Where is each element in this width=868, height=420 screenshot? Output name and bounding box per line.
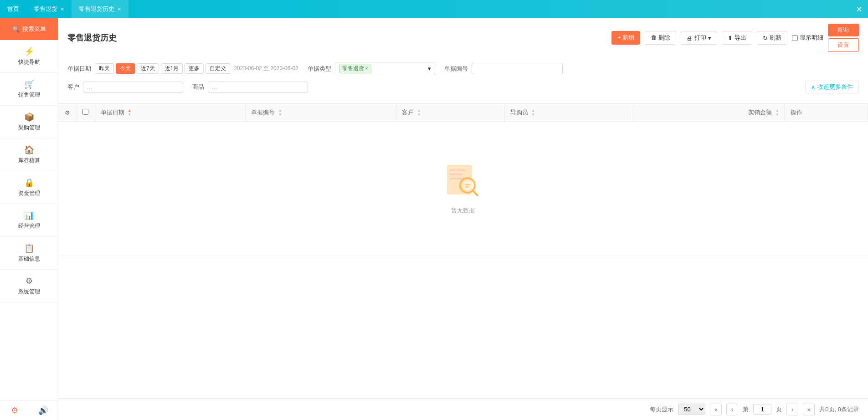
type-select-chevron-icon: ▾ — [428, 65, 431, 72]
sidebar-item-sales-label: 销售管理 — [18, 91, 40, 99]
refresh-label: 刷新 — [770, 34, 781, 42]
sidebar: 🔍 搜索菜单 ⚡ 快捷导航 🛒 销售管理 📦 采购管理 🏠 库存核算 🔒 — [0, 18, 58, 420]
pagination-summary: 共0页, 0条记录 — [819, 405, 859, 414]
type-tag-text: 零售退货 — [342, 65, 364, 72]
svg-rect-7 — [465, 184, 470, 185]
content-area: 零售退货历史 + 新增 🗑 删除 🖨 打印 ▾ ⬆ 导出 ↻ — [58, 18, 868, 420]
top-bar: 首页 零售退货 ✕ 零售退货历史 ✕ ✕ — [0, 0, 868, 18]
table-amount-label: 实销金额 — [748, 109, 772, 116]
query-button[interactable]: 查询 — [828, 24, 859, 36]
tab-home[interactable]: 首页 — [0, 0, 26, 18]
page-title: 零售退货历史 — [67, 32, 117, 43]
svg-rect-3 — [449, 178, 464, 179]
date-7days-button[interactable]: 近7天 — [137, 63, 159, 74]
first-page-button[interactable]: « — [710, 404, 722, 415]
empty-state-icon — [440, 163, 486, 199]
sidebar-item-sales[interactable]: 🛒 销售管理 — [0, 73, 58, 106]
display-detail-checkbox[interactable] — [792, 35, 798, 41]
export-icon: ⬆ — [728, 35, 733, 41]
sidebar-search-label: 搜索菜单 — [22, 25, 46, 33]
customer-filter-label: 客户 — [67, 83, 79, 91]
table-action-label: 操作 — [791, 109, 802, 116]
type-tag-close[interactable]: × — [365, 66, 368, 71]
system-icon: ⚙ — [26, 276, 33, 286]
sidebar-item-basic-info-label: 基础信息 — [18, 255, 40, 263]
sidebar-item-purchase[interactable]: 📦 采购管理 — [0, 106, 58, 138]
print-chevron-icon: ▾ — [708, 35, 711, 41]
goods-input[interactable] — [208, 82, 308, 93]
sidebar-speaker-button[interactable]: 🔊 — [29, 400, 58, 420]
delete-button[interactable]: 🗑 删除 — [645, 31, 676, 45]
sidebar-settings-button[interactable]: ⚙ — [0, 400, 29, 420]
type-filter-label: 单据类型 — [308, 65, 331, 73]
sidebar-item-basic-info[interactable]: 📋 基础信息 — [0, 237, 58, 270]
type-filter-item: 单据类型 零售退货 × ▾ — [308, 62, 435, 75]
tab-retail-return-history-close[interactable]: ✕ — [117, 6, 121, 12]
display-detail-label: 显示明细 — [800, 34, 823, 42]
sidebar-item-operations-label: 经营管理 — [18, 222, 40, 230]
display-detail-toggle[interactable]: 显示明细 — [792, 34, 823, 42]
window-close-button[interactable]: ✕ — [850, 0, 868, 18]
collapse-icon: ∧ — [811, 84, 816, 91]
customer-input[interactable] — [83, 82, 183, 93]
collapse-filter-button[interactable]: ∧ 收起更多条件 — [805, 81, 859, 93]
sidebar-search-button[interactable]: 🔍 搜索菜单 — [0, 18, 58, 40]
table-customer-column[interactable]: 客户 ▲ ▼ — [396, 104, 504, 122]
page-number-input[interactable] — [753, 404, 771, 415]
date-custom-button[interactable]: 自定义 — [205, 63, 230, 74]
tab-retail-return-close[interactable]: ✕ — [60, 6, 64, 12]
filter-row-2: 客户 商品 ∧ 收起更多条件 — [67, 79, 859, 95]
customer-filter-item: 客户 — [67, 82, 183, 93]
quick-nav-icon: ⚡ — [24, 46, 34, 56]
order-no-input[interactable] — [472, 63, 563, 74]
table-settings-column[interactable]: ⚙ — [58, 104, 77, 122]
type-filter-select[interactable]: 零售退货 × ▾ — [335, 62, 435, 75]
table-guide-column[interactable]: 导购员 ▲ ▼ — [504, 104, 634, 122]
print-label: 打印 — [694, 34, 706, 42]
date-1month-button[interactable]: 近1月 — [161, 63, 183, 74]
page-size-label: 每页显示 — [650, 405, 673, 414]
date-today-button[interactable]: 今天 — [116, 63, 135, 74]
svg-rect-8 — [465, 186, 468, 188]
new-button[interactable]: + 新增 — [611, 31, 640, 45]
tab-retail-return[interactable]: 零售退货 ✕ — [26, 0, 72, 18]
date-range-display: 2023-06-02 至 2023-06-02 — [234, 65, 298, 72]
table-checkbox-column[interactable] — [77, 104, 95, 122]
table-date-column[interactable]: 单据日期 ▲ ▼ — [95, 104, 246, 122]
print-button[interactable]: 🖨 打印 ▾ — [681, 31, 717, 45]
sidebar-item-inventory[interactable]: 🏠 库存核算 — [0, 138, 58, 171]
table-settings-icon[interactable]: ⚙ — [65, 109, 70, 116]
sidebar-item-finance-label: 资金管理 — [18, 190, 40, 197]
tab-list: 首页 零售退货 ✕ 零售退货历史 ✕ — [0, 0, 850, 18]
sidebar-item-operations[interactable]: 📊 经营管理 — [0, 204, 58, 237]
last-page-button[interactable]: » — [803, 404, 815, 415]
page-size-select[interactable]: 10 20 50 100 — [678, 404, 705, 415]
date-yesterday-button[interactable]: 昨天 — [95, 63, 114, 74]
page-suffix: 页 — [776, 405, 782, 414]
table-order-no-column[interactable]: 单据编号 ▲ ▼ — [246, 104, 396, 122]
sales-icon: 🛒 — [24, 79, 34, 89]
sidebar-item-quick-nav-label: 快捷导航 — [18, 58, 40, 66]
tab-home-label: 首页 — [7, 5, 19, 13]
tab-retail-return-history-label: 零售退货历史 — [79, 5, 114, 13]
settings-button[interactable]: 设置 — [828, 38, 859, 52]
svg-rect-1 — [449, 169, 465, 171]
filter-area: 单据日期 昨天 今天 近7天 近1月 更多 自定义 2023-06-02 至 2… — [67, 57, 859, 103]
tab-retail-return-history[interactable]: 零售退货历史 ✕ — [72, 0, 128, 18]
refresh-button[interactable]: ↻ 刷新 — [757, 31, 787, 45]
export-button[interactable]: ⬆ 导出 — [722, 31, 752, 45]
next-page-button[interactable]: › — [786, 404, 798, 415]
order-no-sort-icon: ▲ ▼ — [278, 109, 282, 117]
sidebar-item-finance[interactable]: 🔒 资金管理 — [0, 171, 58, 204]
sidebar-item-inventory-label: 库存核算 — [18, 157, 40, 164]
date-more-button[interactable]: 更多 — [185, 63, 204, 74]
select-all-checkbox[interactable] — [82, 109, 88, 115]
svg-rect-2 — [449, 174, 462, 175]
order-no-filter-label: 单据编号 — [444, 65, 468, 73]
prev-page-button[interactable]: ‹ — [726, 404, 738, 415]
sidebar-item-quick-nav[interactable]: ⚡ 快捷导航 — [0, 40, 58, 73]
sidebar-item-system[interactable]: ⚙ 系统管理 — [0, 270, 58, 302]
goods-filter-label: 商品 — [192, 83, 204, 91]
date-filter-label: 单据日期 — [67, 65, 91, 73]
table-amount-column[interactable]: 实销金额 ▲ ▼ — [634, 104, 785, 122]
